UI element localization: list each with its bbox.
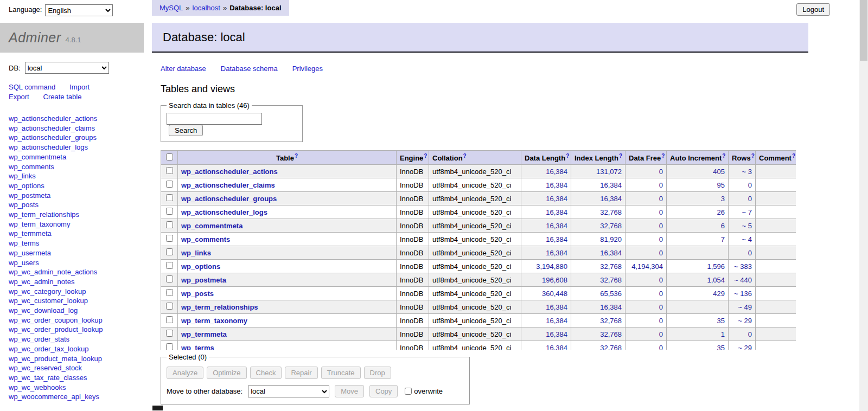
help-link[interactable]: ? — [661, 153, 665, 159]
move-db-select[interactable]: local — [248, 386, 329, 397]
rows-count-cell[interactable]: ~ 440 — [729, 273, 756, 287]
sidebar-table-link-wp-wc-order-stats[interactable]: wp_wc_order_stats — [9, 335, 69, 343]
help-link[interactable]: ? — [792, 153, 795, 159]
row-checkbox[interactable] — [166, 235, 173, 242]
sidebar-table-link-wp-actionscheduler-logs[interactable]: wp_actionscheduler_logs — [9, 143, 88, 151]
row-checkbox[interactable] — [166, 194, 173, 201]
nav-database-schema[interactable]: Database schema — [221, 65, 278, 73]
table-name-link-wp-links[interactable]: wp_links — [181, 249, 211, 257]
table-name-link-wp-actionscheduler-actions[interactable]: wp_actionscheduler_actions — [181, 168, 278, 176]
truncate-button[interactable]: Truncate — [321, 367, 361, 379]
sidebar-table-link-wp-wc-order-product-lookup[interactable]: wp_wc_order_product_lookup — [9, 325, 103, 333]
sidebar-action-import[interactable]: Import — [69, 82, 90, 92]
search-button[interactable]: Search — [169, 125, 203, 136]
table-name-link-wp-actionscheduler-claims[interactable]: wp_actionscheduler_claims — [181, 181, 275, 189]
vertical-scrollbar[interactable] — [859, 0, 868, 411]
sidebar-table-link-wp-wc-admin-note-actions[interactable]: wp_wc_admin_note_actions — [9, 268, 97, 276]
sidebar-table-link-wp-wc-admin-notes[interactable]: wp_wc_admin_notes — [9, 278, 74, 286]
rows-count-cell[interactable]: 0 — [729, 327, 756, 341]
sidebar-table-link-wp-posts[interactable]: wp_posts — [9, 201, 39, 209]
table-name-link-wp-term-relationships[interactable]: wp_term_relationships — [181, 303, 258, 311]
help-link[interactable]: ? — [566, 153, 569, 159]
rows-count-cell[interactable]: ~ 3 — [729, 165, 756, 178]
help-link[interactable]: ? — [295, 153, 298, 159]
sidebar-table-link-wp-options[interactable]: wp_options — [9, 182, 44, 190]
breadcrumb-link-localhost[interactable]: localhost — [193, 4, 220, 12]
rows-count-cell[interactable]: ~ 7 — [729, 206, 756, 219]
row-checkbox[interactable] — [166, 289, 173, 296]
db-select[interactable]: local — [25, 62, 109, 74]
nav-privileges[interactable]: Privileges — [292, 65, 323, 73]
table-name-link-wp-termmeta[interactable]: wp_termmeta — [181, 330, 227, 338]
table-name-link-wp-term-taxonomy[interactable]: wp_term_taxonomy — [181, 317, 247, 325]
table-name-link-wp-comments[interactable]: wp_comments — [181, 235, 230, 243]
copy-button[interactable]: Copy — [369, 385, 398, 397]
language-select[interactable]: English — [45, 4, 113, 16]
row-checkbox[interactable] — [166, 248, 173, 255]
drop-button[interactable]: Drop — [364, 367, 391, 379]
sidebar-table-link-wp-postmeta[interactable]: wp_postmeta — [9, 191, 50, 200]
rows-count-cell[interactable]: 0 — [729, 178, 756, 192]
sidebar-table-link-wp-comments[interactable]: wp_comments — [9, 163, 54, 171]
app-name[interactable]: Adminer — [9, 30, 61, 45]
row-checkbox[interactable] — [166, 275, 173, 282]
nav-alter-database[interactable]: Alter database — [161, 65, 206, 73]
rows-count-cell[interactable]: ~ 136 — [729, 287, 756, 300]
rows-count-cell[interactable]: ~ 4 — [729, 233, 756, 246]
analyze-button[interactable]: Analyze — [167, 367, 203, 379]
rows-count-cell[interactable]: 0 — [729, 192, 756, 206]
row-checkbox[interactable] — [166, 181, 173, 188]
sidebar-table-link-wp-links[interactable]: wp_links — [9, 172, 36, 180]
sidebar-table-link-wp-wc-download-log[interactable]: wp_wc_download_log — [9, 306, 78, 314]
logout-button[interactable]: Logout — [796, 3, 830, 16]
sidebar-action-export[interactable]: Export — [9, 92, 29, 102]
search-input[interactable] — [167, 113, 262, 125]
sidebar-table-link-wp-term-relationships[interactable]: wp_term_relationships — [9, 210, 79, 219]
scrollbar-thumb[interactable] — [860, 0, 867, 61]
sidebar-table-link-wp-users[interactable]: wp_users — [9, 259, 39, 267]
table-name-link-wp-options[interactable]: wp_options — [181, 262, 220, 271]
sidebar-table-link-wp-wc-customer-lookup[interactable]: wp_wc_customer_lookup — [9, 297, 88, 305]
table-name-link-wp-actionscheduler-groups[interactable]: wp_actionscheduler_groups — [181, 195, 277, 203]
row-checkbox[interactable] — [166, 303, 173, 310]
sidebar-action-sql-command[interactable]: SQL command — [9, 82, 55, 92]
row-checkbox[interactable] — [166, 262, 173, 269]
rows-count-cell[interactable]: 0 — [729, 246, 756, 260]
overwrite-checkbox[interactable] — [405, 388, 412, 395]
sidebar-table-link-wp-term-taxonomy[interactable]: wp_term_taxonomy — [9, 220, 70, 228]
sidebar-table-link-wp-wc-tax-rate-classes[interactable]: wp_wc_tax_rate_classes — [9, 374, 87, 382]
row-checkbox[interactable] — [166, 221, 173, 228]
sidebar-table-link-wp-woocommerce-api-keys[interactable]: wp_woocommerce_api_keys — [9, 393, 99, 401]
help-link[interactable]: ? — [722, 153, 725, 159]
table-name-link-wp-posts[interactable]: wp_posts — [181, 290, 214, 298]
sidebar-table-link-wp-usermeta[interactable]: wp_usermeta — [9, 249, 51, 257]
sidebar-table-link-wp-actionscheduler-groups[interactable]: wp_actionscheduler_groups — [9, 133, 97, 142]
help-link[interactable]: ? — [751, 153, 755, 159]
row-checkbox[interactable] — [166, 208, 173, 215]
rows-count-cell[interactable]: ~ 49 — [729, 300, 756, 314]
check-button[interactable]: Check — [250, 367, 282, 379]
select-all-checkbox[interactable] — [166, 153, 173, 160]
help-link[interactable]: ? — [619, 153, 622, 159]
sidebar-table-link-wp-wc-category-lookup[interactable]: wp_wc_category_lookup — [9, 287, 86, 296]
sidebar-table-link-wp-actionscheduler-actions[interactable]: wp_actionscheduler_actions — [9, 114, 97, 123]
table-name-link-wp-commentmeta[interactable]: wp_commentmeta — [181, 222, 242, 230]
sidebar-table-link-wp-terms[interactable]: wp_terms — [9, 239, 39, 247]
sidebar-table-link-wp-wc-order-coupon-lookup[interactable]: wp_wc_order_coupon_lookup — [9, 316, 103, 324]
rows-count-cell[interactable]: ~ 5 — [729, 219, 756, 233]
sidebar-table-link-wp-commentmeta[interactable]: wp_commentmeta — [9, 153, 66, 161]
table-name-link-wp-postmeta[interactable]: wp_postmeta — [181, 276, 226, 284]
rows-count-cell[interactable]: ~ 29 — [729, 314, 756, 327]
sidebar-table-link-wp-termmeta[interactable]: wp_termmeta — [9, 229, 52, 237]
breadcrumb-link-mysql[interactable]: MySQL — [159, 4, 183, 12]
row-checkbox[interactable] — [166, 167, 173, 174]
rows-count-cell[interactable]: ~ 383 — [729, 260, 756, 273]
sidebar-table-link-wp-wc-reserved-stock[interactable]: wp_wc_reserved_stock — [9, 364, 82, 372]
sidebar-table-link-wp-wc-order-tax-lookup[interactable]: wp_wc_order_tax_lookup — [9, 345, 88, 353]
help-link[interactable]: ? — [463, 153, 467, 159]
sidebar-table-link-wp-actionscheduler-claims[interactable]: wp_actionscheduler_claims — [9, 124, 95, 132]
optimize-button[interactable]: Optimize — [207, 367, 246, 379]
row-checkbox[interactable] — [166, 316, 173, 323]
row-checkbox[interactable] — [166, 330, 173, 337]
sidebar-table-link-wp-wc-webhooks[interactable]: wp_wc_webhooks — [9, 383, 66, 391]
